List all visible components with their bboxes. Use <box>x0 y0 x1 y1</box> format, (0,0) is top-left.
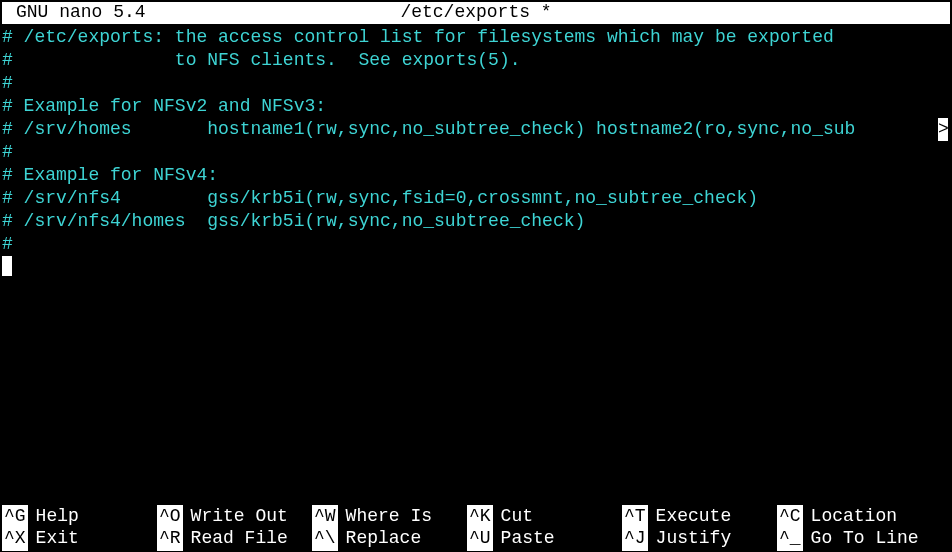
cursor-line[interactable] <box>2 256 950 279</box>
help-label: Location <box>803 505 897 528</box>
help-key: ^U <box>467 527 493 550</box>
overflow-indicator: > <box>938 118 948 141</box>
help-item-justify[interactable]: ^J Justify <box>622 528 777 550</box>
help-label: Replace <box>338 527 422 550</box>
editor-line[interactable]: # <box>2 141 950 164</box>
terminal-window: GNU nano 5.4 /etc/exports * # /etc/expor… <box>0 0 952 552</box>
editor-line[interactable]: # to NFS clients. See exports(5). <box>2 49 950 72</box>
editor-line[interactable]: # <box>2 233 950 256</box>
help-key: ^K <box>467 505 493 528</box>
help-item-location[interactable]: ^C Location <box>777 506 932 528</box>
file-name: /etc/exports * <box>400 1 551 24</box>
help-row-1: ^G Help ^O Write Out ^W Where Is ^K Cut … <box>2 506 950 528</box>
editor-line[interactable]: # Example for NFSv2 and NFSv3: <box>2 95 950 118</box>
help-label: Exit <box>28 527 79 550</box>
help-key: ^W <box>312 505 338 528</box>
help-label: Write Out <box>183 505 288 528</box>
help-key: ^T <box>622 505 648 528</box>
help-label: Help <box>28 505 79 528</box>
help-label: Read File <box>183 527 288 550</box>
help-key: ^J <box>622 527 648 550</box>
help-key: ^X <box>2 527 28 550</box>
help-label: Cut <box>493 505 533 528</box>
editor-line[interactable]: # /srv/nfs4 gss/krb5i(rw,sync,fsid=0,cro… <box>2 187 950 210</box>
cursor <box>2 256 12 276</box>
help-item-readfile[interactable]: ^R Read File <box>157 528 312 550</box>
help-label: Where Is <box>338 505 432 528</box>
help-item-cut[interactable]: ^K Cut <box>467 506 622 528</box>
help-key: ^_ <box>777 527 803 550</box>
editor-line[interactable]: # <box>2 72 950 95</box>
help-label: Go To Line <box>803 527 919 550</box>
editor-line[interactable]: # Example for NFSv4: <box>2 164 950 187</box>
editor-line[interactable]: # /srv/nfs4/homes gss/krb5i(rw,sync,no_s… <box>2 210 950 233</box>
help-key: ^O <box>157 505 183 528</box>
help-item-replace[interactable]: ^\ Replace <box>312 528 467 550</box>
help-item-exit[interactable]: ^X Exit <box>2 528 157 550</box>
editor-line[interactable]: # /etc/exports: the access control list … <box>2 26 950 49</box>
app-name: GNU nano 5.4 <box>6 1 146 24</box>
help-label: Paste <box>493 527 555 550</box>
help-item-writeout[interactable]: ^O Write Out <box>157 506 312 528</box>
help-label: Execute <box>648 505 732 528</box>
help-item-help[interactable]: ^G Help <box>2 506 157 528</box>
help-key: ^C <box>777 505 803 528</box>
help-key: ^\ <box>312 527 338 550</box>
title-bar: GNU nano 5.4 /etc/exports * <box>2 2 950 24</box>
help-label: Justify <box>648 527 732 550</box>
editor-content[interactable]: # /etc/exports: the access control list … <box>2 24 950 281</box>
help-item-paste[interactable]: ^U Paste <box>467 528 622 550</box>
help-bar: ^G Help ^O Write Out ^W Where Is ^K Cut … <box>2 506 950 550</box>
help-key: ^R <box>157 527 183 550</box>
help-item-gotoline[interactable]: ^_ Go To Line <box>777 528 932 550</box>
help-item-execute[interactable]: ^T Execute <box>622 506 777 528</box>
help-row-2: ^X Exit ^R Read File ^\ Replace ^U Paste… <box>2 528 950 550</box>
help-key: ^G <box>2 505 28 528</box>
help-item-whereis[interactable]: ^W Where Is <box>312 506 467 528</box>
editor-line[interactable]: # /srv/homes hostname1(rw,sync,no_subtre… <box>2 118 950 141</box>
